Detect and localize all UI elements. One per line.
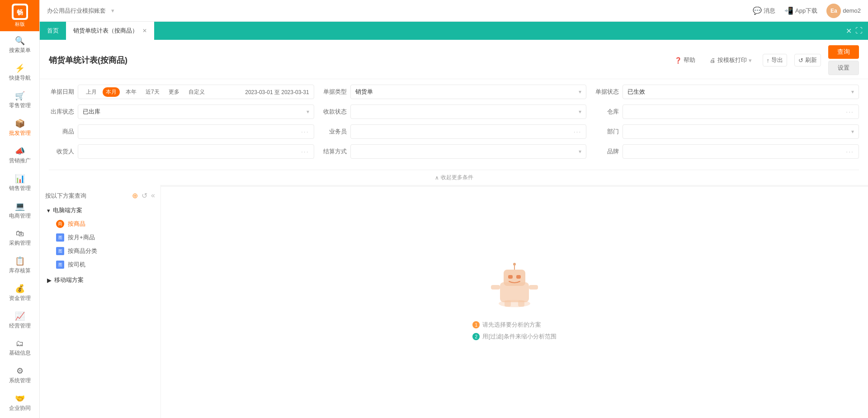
out-status-chevron-icon: ▾ (307, 109, 309, 115)
tree-group-mobile: ▶ 移动端方案 (43, 273, 157, 287)
sidebar-item-label: 营销推广 (9, 157, 31, 165)
sidebar-item-label: 销售管理 (9, 185, 31, 192)
scheme-panel-header: 按以下方案查询 ⊕ ↺ « (40, 190, 160, 204)
retail-icon: 🛒 (15, 91, 25, 101)
maximize-btn[interactable]: ⛶ (855, 27, 863, 35)
brand-label: 品牌 (594, 147, 623, 156)
date-pill-this-year[interactable]: 本年 (123, 87, 140, 97)
sidebar-item-ops[interactable]: 📈 经营管理 (0, 307, 39, 334)
sidebar-item-wholesale[interactable]: 📦 批发管理 (0, 114, 39, 142)
avatar: Ea (826, 4, 841, 18)
department-filter-item: 部门 ▾ (594, 124, 859, 139)
salesman-filter-item: 业务员 ··· (321, 124, 587, 139)
sidebar-item-search[interactable]: 🔍 搜索菜单 (0, 31, 39, 59)
doc-type-value: 销货单 (355, 88, 373, 96)
logo-area: 畅 标版 (0, 0, 39, 31)
tree-item-by-goods[interactable]: 商 按商品 (43, 217, 157, 231)
salesman-control[interactable]: ··· (350, 124, 587, 139)
warehouse-control[interactable]: ··· (623, 104, 859, 119)
filter-row-2: 出库状态 已出库 ▾ 收款状态 ▾ 仓库 (49, 104, 859, 119)
empty-illustration (487, 261, 542, 312)
sidebar-item-finance[interactable]: 💰 资金管理 (0, 279, 39, 307)
by-month-goods-icon: 图 (56, 233, 64, 242)
message-btn[interactable]: 💬 消息 (753, 6, 775, 15)
goods-control[interactable]: ··· (78, 124, 314, 139)
tree-item-by-month-goods[interactable]: 图 按月+商品 (43, 231, 157, 244)
brand-dots-icon[interactable]: ··· (846, 148, 854, 155)
tree-group-mobile-header[interactable]: ▶ 移动端方案 (43, 273, 157, 287)
settlement-control[interactable]: ▾ (350, 144, 587, 159)
doc-status-label: 单据状态 (594, 88, 623, 96)
logo-icon: 畅 (12, 4, 28, 20)
template-print-btn[interactable]: 🖨 按模板打印 ▾ (706, 54, 755, 66)
tree-item-by-printer[interactable]: 图 按司机 (43, 258, 157, 271)
date-pill-custom[interactable]: 自定义 (185, 87, 208, 97)
refresh-btn[interactable]: ↺ 刷新 (794, 54, 821, 66)
tree-item-by-goods-category[interactable]: 图 按商品分类 (43, 244, 157, 258)
sidebar-item-basic[interactable]: 🗂 基础信息 (0, 334, 39, 361)
sidebar-item-marketing[interactable]: 📣 营销推广 (0, 142, 39, 169)
user-area[interactable]: Ea demo2 (826, 4, 861, 18)
query-button[interactable]: 查询 (828, 45, 859, 59)
refresh-icon: ↺ (798, 57, 803, 64)
tab-bar: 首页 销货单统计表（按商品） ✕ ✕ ⛶ (40, 22, 868, 40)
department-control[interactable]: ▾ (623, 124, 859, 139)
doc-type-control[interactable]: 销货单 ▾ (350, 85, 587, 99)
sidebar-item-purchase[interactable]: 🛍 采购管理 (0, 224, 39, 252)
collapse-more-btn[interactable]: ∧ 收起更多条件 (49, 170, 859, 185)
filter-section: 单据日期 上月 本月 本年 近7天 更多 自定义 2023-03-01 至 20… (40, 79, 868, 185)
date-pill-this-month[interactable]: 本月 (103, 87, 120, 97)
industry-label: 办公用品行业模拟账套 (47, 7, 106, 15)
receiver-filter-item: 收货人 ··· (49, 144, 314, 159)
date-pill-7days[interactable]: 近7天 (142, 87, 163, 97)
sidebar-item-system[interactable]: ⚙ 系统管理 (0, 361, 39, 389)
collect-status-filter-item: 收款状态 ▾ (321, 104, 587, 119)
tab-close-btn[interactable]: ✕ (142, 28, 147, 34)
svg-rect-12 (518, 300, 524, 307)
sidebar-item-ecom[interactable]: 💻 电商管理 (0, 197, 39, 224)
sidebar-item-inventory[interactable]: 📋 库存核算 (0, 252, 39, 279)
scheme-panel-icons: ⊕ ↺ « (132, 191, 155, 200)
tab-sales-stat[interactable]: 销货单统计表（按商品） ✕ (66, 22, 154, 40)
close-window-btn[interactable]: ✕ (846, 27, 852, 35)
sidebar-item-retail[interactable]: 🛒 零售管理 (0, 86, 39, 114)
basic-icon: 🗂 (16, 339, 24, 348)
help-icon: ❓ (675, 57, 682, 64)
date-filter-item: 单据日期 上月 本月 本年 近7天 更多 自定义 2023-03-01 至 20… (49, 85, 314, 99)
goods-dots-icon[interactable]: ··· (301, 128, 309, 135)
salesman-dots-icon[interactable]: ··· (574, 128, 582, 135)
tab-home[interactable]: 首页 (40, 22, 66, 40)
ecom-icon: 💻 (15, 201, 25, 211)
collapse-scheme-icon[interactable]: « (151, 191, 155, 200)
export-btn[interactable]: ↑ 导出 (763, 54, 788, 66)
receiver-dots-icon[interactable]: ··· (301, 148, 309, 155)
tip-text-2: 用[过滤]条件来缩小分析范围 (482, 332, 556, 341)
date-filter-control[interactable]: 上月 本月 本年 近7天 更多 自定义 2023-03-01 至 2023-03… (78, 85, 314, 99)
settings-button[interactable]: 设置 (828, 61, 859, 75)
receiver-control[interactable]: ··· (78, 144, 314, 159)
date-pill-prev-month[interactable]: 上月 (83, 87, 100, 97)
tree-group-desktop: ▾ 电脑端方案 商 按商品 图 按月+商品 (43, 204, 157, 271)
collect-status-chevron-icon: ▾ (579, 109, 581, 115)
tree-group-desktop-header[interactable]: ▾ 电脑端方案 (43, 204, 157, 217)
out-status-control[interactable]: 已出库 ▾ (78, 104, 314, 119)
collect-status-control[interactable]: ▾ (350, 104, 587, 119)
date-range-text: 2023-03-01 至 2023-03-31 (245, 89, 309, 96)
dropdown-icon[interactable]: ▾ (111, 7, 114, 14)
by-printer-icon: 图 (56, 261, 64, 269)
topbar-right: 💬 消息 📲 App下载 Ea demo2 (753, 4, 861, 18)
add-scheme-icon[interactable]: ⊕ (132, 191, 138, 200)
sidebar-item-sales-mgmt[interactable]: 📊 销售管理 (0, 169, 39, 197)
sidebar-item-label: 搜索菜单 (9, 47, 31, 54)
refresh-scheme-icon[interactable]: ↺ (142, 191, 147, 200)
sidebar-item-enterprise[interactable]: 🤝 企业协同 (0, 389, 39, 417)
warehouse-dots-icon[interactable]: ··· (846, 108, 854, 115)
date-pill-more[interactable]: 更多 (165, 87, 183, 97)
brand-control[interactable]: ··· (623, 144, 859, 159)
doc-status-control[interactable]: 已生效 ▾ (623, 85, 859, 99)
help-btn[interactable]: ❓ 帮助 (671, 54, 699, 66)
print-chevron-icon: ▾ (749, 57, 752, 64)
app-download-btn[interactable]: 📲 App下载 (784, 6, 817, 15)
svg-rect-9 (491, 285, 500, 290)
sidebar-item-quicknav[interactable]: ⚡ 快捷导航 (0, 59, 39, 86)
